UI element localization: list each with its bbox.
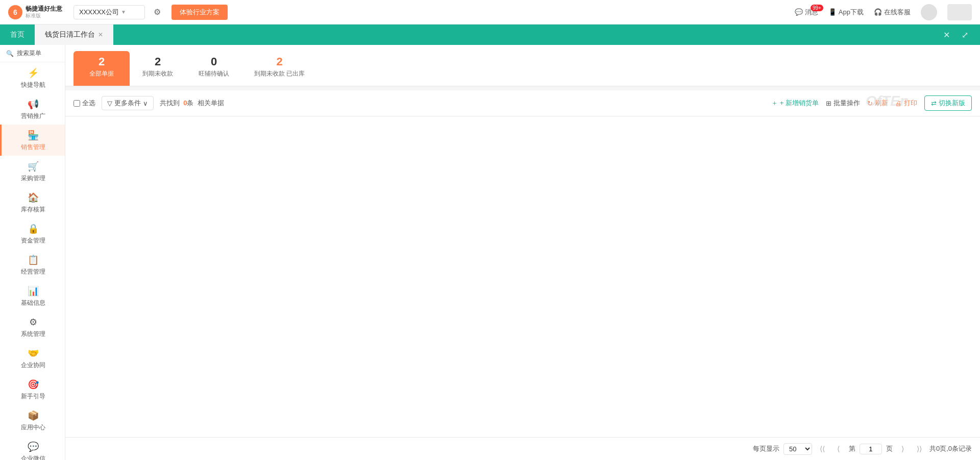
trial-button[interactable]: 体验行业方案 [172, 5, 228, 20]
next-page-button[interactable]: ⟩ [897, 443, 909, 455]
operations-icon: 📋 [28, 254, 39, 265]
sidebar-item-wecom[interactable]: 💬 企业微信 [0, 436, 65, 460]
sidebar-label-purchase: 采购管理 [21, 174, 45, 183]
tab-home[interactable]: 首页 [0, 25, 35, 45]
settings-icon[interactable]: ⚙ [149, 4, 165, 20]
found-prefix: 共找到 [160, 99, 180, 107]
sidebar-label-finance: 资金管理 [21, 236, 45, 245]
add-sale-order-button[interactable]: ＋ + 新增销货单 [771, 99, 819, 108]
add-icon: ＋ [771, 99, 778, 108]
stat-tab-overdue-shipped[interactable]: 2 到期未收款 已出库 [242, 51, 317, 86]
download-icon: 📱 [828, 8, 837, 16]
select-all-input[interactable] [74, 100, 80, 107]
related-label: 相关单据 [198, 99, 224, 107]
tab-minimize-button[interactable]: ✕ [939, 28, 953, 42]
tab-workbench-label: 钱货日清工作台 [45, 30, 95, 39]
basic-info-icon: 📊 [28, 285, 39, 297]
stat-label-overdue-shipped: 到期未收款 已出库 [254, 69, 305, 78]
last-page-button[interactable]: ⟩⟩ [913, 443, 925, 455]
finance-icon: 🔒 [28, 223, 39, 234]
sales-icon: 🏪 [28, 130, 39, 141]
online-service-action[interactable]: 🎧 在线客服 [874, 8, 911, 17]
refresh-icon: ↻ [867, 100, 873, 107]
filter-label: 更多条件 [114, 99, 141, 108]
page-number-input[interactable] [860, 444, 882, 454]
filter-chevron-icon: ∨ [143, 100, 148, 107]
print-label: 打印 [904, 99, 917, 108]
tab-bar: 首页 钱货日清工作台 ✕ ✕ ⤢ [0, 25, 980, 45]
purchase-icon: 🛒 [28, 161, 39, 172]
app-center-icon: 📦 [28, 410, 39, 421]
sidebar-item-sales[interactable]: 🏪 销售管理 [0, 125, 65, 156]
select-all-label: 全选 [82, 99, 95, 108]
logo-main-text: 畅捷通好生意 [26, 5, 62, 12]
stat-label-all: 全部单据 [89, 69, 114, 78]
stat-tab-all[interactable]: 2 全部单据 [74, 51, 130, 86]
enterprise-icon: 🤝 [28, 348, 39, 359]
sidebar-item-system[interactable]: ⚙ 系统管理 [0, 311, 65, 343]
switch-new-version-button[interactable]: ⇄ 切换新版 [924, 95, 972, 111]
stat-number-pending: 0 [211, 55, 217, 68]
refresh-button[interactable]: ↻ 刷新 [867, 99, 888, 108]
stat-tab-pending[interactable]: 0 旺辅待确认 [186, 51, 242, 86]
user-avatar[interactable] [921, 4, 937, 20]
search-icon: 🔍 [6, 50, 14, 57]
batch-icon: ⊞ [826, 100, 831, 107]
sidebar-label-basic-info: 基础信息 [21, 299, 45, 307]
footer-pagination: 每页显示 50 20 100 ⟨⟨ ⟨ 第 页 ⟩ ⟩⟩ 共0页,0条记录 [65, 437, 980, 460]
per-page-select[interactable]: 50 20 100 [783, 443, 812, 455]
quick-nav-icon: ⚡ [28, 67, 39, 79]
top-header: 6 畅捷通好生意 标准版 XXXXXX公司 ▼ ⚙ 体验行业方案 💬 消息 99… [0, 0, 980, 25]
prev-page-button[interactable]: ⟨ [832, 443, 845, 455]
sidebar-item-finance[interactable]: 🔒 资金管理 [0, 218, 65, 249]
stat-number-overdue: 2 [155, 55, 161, 68]
first-page-button[interactable]: ⟨⟨ [816, 443, 828, 455]
tab-close-icon[interactable]: ✕ [98, 31, 103, 38]
tab-workbench[interactable]: 钱货日清工作台 ✕ [35, 25, 113, 45]
total-label: 共0页,0条记录 [929, 444, 972, 453]
content-area: 2 全部单据 2 到期未收款 0 旺辅待确认 2 到期未收款 已出库 全选 [65, 45, 980, 460]
logo-icon: 6 [8, 5, 22, 19]
sidebar-item-guide[interactable]: 🎯 新手引导 [0, 374, 65, 405]
stat-label-pending: 旺辅待确认 [199, 69, 229, 78]
sidebar-label-inventory: 库存核算 [21, 205, 45, 214]
sidebar-item-app-center[interactable]: 📦 应用中心 [0, 405, 65, 436]
user-avatar2[interactable] [947, 4, 972, 20]
wecom-icon: 💬 [28, 441, 39, 452]
sidebar-item-quick-nav[interactable]: ⚡ 快捷导航 [0, 62, 65, 93]
search-menu-label: 搜索菜单 [17, 49, 41, 58]
sidebar-item-purchase[interactable]: 🛒 采购管理 [0, 156, 65, 187]
batch-action-button[interactable]: ⊞ 批量操作 [826, 99, 860, 108]
toolbar-right: ＋ + 新增销货单 ⊞ 批量操作 ↻ 刷新 🖨 打印 ⇄ 切换新版 [771, 95, 972, 111]
app-download-action[interactable]: 📱 App下载 [828, 8, 864, 17]
sidebar-item-inventory[interactable]: 🏠 库存核算 [0, 187, 65, 218]
app-download-label: App下载 [839, 8, 864, 17]
sidebar-label-system: 系统管理 [21, 330, 45, 338]
sidebar-item-marketing[interactable]: 📢 营销推广 [0, 93, 65, 125]
print-button[interactable]: 🖨 打印 [895, 99, 917, 108]
messages-action[interactable]: 💬 消息 99+ [795, 8, 818, 17]
message-icon: 💬 [795, 8, 803, 16]
filter-icon: ▽ [107, 100, 112, 107]
refresh-label: 刷新 [875, 99, 888, 108]
online-service-label: 在线客服 [884, 8, 911, 17]
select-all-checkbox[interactable]: 全选 [74, 99, 95, 108]
sidebar-label-guide: 新手引导 [21, 392, 45, 401]
company-selector[interactable]: XXXXXX公司 ▼ [74, 5, 145, 19]
header-right: 💬 消息 99+ 📱 App下载 🎧 在线客服 [795, 4, 972, 20]
sidebar-search[interactable]: 🔍 搜索菜单 [0, 45, 65, 62]
tab-expand-button[interactable]: ⤢ [958, 28, 972, 42]
stat-tab-overdue[interactable]: 2 到期未收款 [130, 51, 186, 86]
messages-badge: 99+ [811, 5, 823, 11]
sidebar-label-marketing: 营销推广 [21, 112, 45, 120]
sidebar-label-operations: 经营管理 [21, 268, 45, 276]
sidebar-label-sales: 销售管理 [21, 143, 45, 152]
service-icon: 🎧 [874, 8, 882, 16]
sidebar-item-operations[interactable]: 📋 经营管理 [0, 249, 65, 280]
sidebar: 🔍 搜索菜单 ⚡ 快捷导航 📢 营销推广 🏪 销售管理 🛒 采购管理 🏠 库存核… [0, 45, 65, 460]
inventory-icon: 🏠 [28, 192, 39, 203]
sidebar-item-enterprise[interactable]: 🤝 企业协同 [0, 343, 65, 374]
filter-button[interactable]: ▽ 更多条件 ∨ [102, 96, 154, 110]
content-body [65, 116, 980, 437]
sidebar-item-basic-info[interactable]: 📊 基础信息 [0, 280, 65, 311]
